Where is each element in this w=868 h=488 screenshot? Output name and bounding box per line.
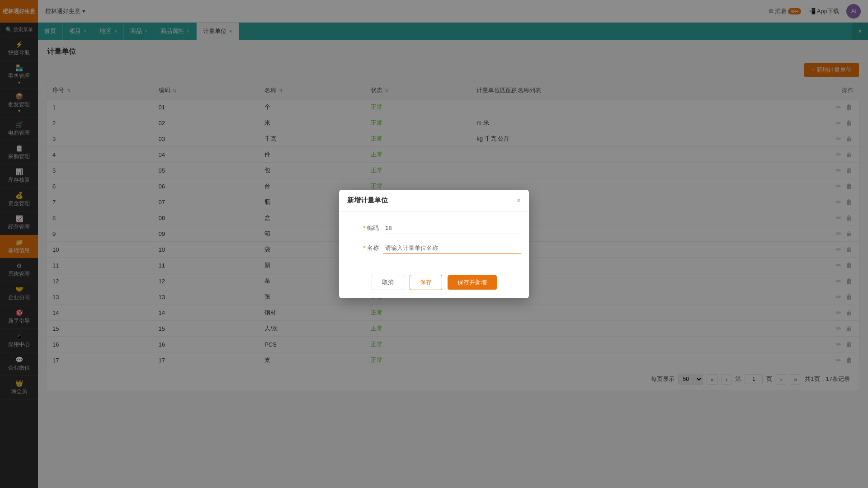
name-label: 名称 — [347, 244, 379, 252]
save-button[interactable]: 保存 — [410, 275, 442, 290]
code-input[interactable] — [383, 222, 521, 234]
modal-footer: 取消 保存 保存并新增 — [339, 269, 529, 298]
modal-overlay[interactable]: 新增计量单位 × 编码 名称 取消 保存 保存并新增 — [0, 0, 868, 488]
modal-body: 编码 名称 — [339, 211, 529, 269]
form-row-name: 名称 — [347, 242, 521, 254]
modal-add-unit: 新增计量单位 × 编码 名称 取消 保存 保存并新增 — [339, 190, 529, 298]
save-and-new-button[interactable]: 保存并新增 — [448, 275, 497, 290]
form-row-code: 编码 — [347, 222, 521, 234]
modal-title: 新增计量单位 — [347, 196, 388, 205]
code-label: 编码 — [347, 224, 379, 232]
cancel-button[interactable]: 取消 — [372, 275, 404, 290]
name-input[interactable] — [383, 242, 521, 254]
modal-close-btn[interactable]: × — [517, 197, 521, 205]
modal-header: 新增计量单位 × — [339, 190, 529, 211]
